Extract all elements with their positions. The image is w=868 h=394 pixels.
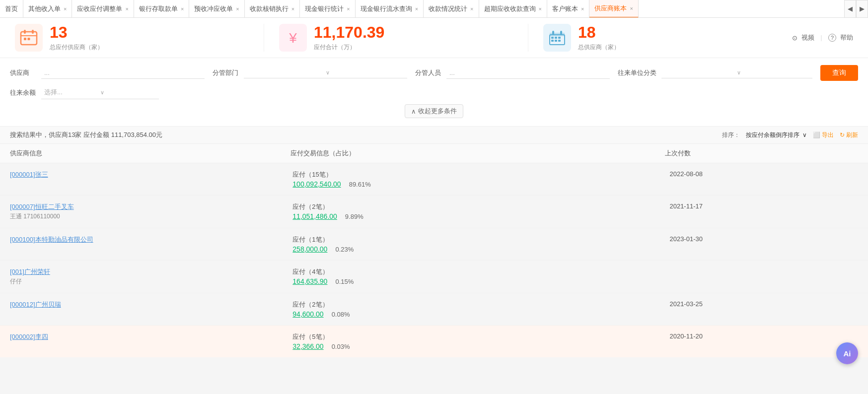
nav-tab-bank-deposit[interactable]: 银行存取款单× [134, 0, 189, 18]
person-filter: 分管人员 ... [415, 67, 610, 79]
supplier-name[interactable]: 李四 [35, 333, 48, 340]
last-payment-col: 2022-08-08 [669, 170, 858, 178]
nav-tab-customer-account[interactable]: 客户账本× [547, 0, 589, 18]
header-transaction: 应付交易信息（占比） [290, 149, 665, 158]
supplier-code[interactable]: [000002] [10, 333, 35, 340]
close-tab-customer-account-icon[interactable]: × [581, 6, 584, 12]
close-tab-prepay-collect-icon[interactable]: × [236, 6, 239, 12]
supplier-placeholder: ... [44, 69, 123, 76]
transaction-type: 应付（2笔） [292, 202, 328, 211]
person-placeholder: ... [449, 69, 528, 76]
last-payment-col: 2020-11-20 [669, 332, 858, 340]
supplier-code[interactable]: [000012] [10, 301, 35, 308]
supplier-code[interactable]: [001] [10, 268, 24, 275]
supplier-link-row-3[interactable]: [000100]本特勤油品有限公司 [10, 235, 292, 244]
svg-text:¥: ¥ [289, 30, 297, 46]
close-tab-collect-stat-icon[interactable]: × [470, 6, 473, 12]
close-tab-other-income-icon[interactable]: × [64, 6, 67, 12]
transaction-percent: 0.15% [335, 278, 354, 285]
balance-dropdown[interactable]: 选择... ∨ [41, 86, 159, 99]
collapse-button[interactable]: ∧ 收起更多条件 [405, 104, 463, 118]
transaction-col: 应付（15笔） 100,092,540.00 89.61% [292, 170, 669, 188]
transaction-type: 应付（15笔） [292, 170, 332, 179]
export-button[interactable]: ⬜ 导出 [813, 131, 834, 139]
category-dropdown[interactable]: ∨ [661, 67, 812, 78]
balance-label: 往来余额 [10, 88, 37, 97]
nav-tab-supplier-account[interactable]: 供应商账本× [589, 0, 638, 18]
search-button[interactable]: 查询 [820, 65, 858, 81]
dept-dropdown[interactable]: ∨ [244, 67, 407, 78]
supplier-link-row-6[interactable]: [000002]李四 [10, 332, 292, 341]
close-tab-supplier-account-icon[interactable]: × [630, 5, 633, 11]
nav-left-arrow[interactable]: ◀ [844, 0, 856, 18]
sort-arrow-icon: ∨ [802, 131, 807, 138]
supplier-name[interactable]: 张三 [35, 171, 48, 178]
close-tab-overdue-collect-icon[interactable]: × [539, 6, 542, 12]
results-bar: 搜索结果中，供应商13家 应付金额 111,703,854.00元 排序： 按应… [0, 127, 868, 144]
table-header: 供应商信息 应付交易信息（占比） 上次付数 [0, 144, 868, 163]
category-label: 往来单位分类 [618, 68, 657, 77]
transaction-amount[interactable]: 258,000.00 [292, 245, 327, 253]
close-tab-cash-bank-flow-icon[interactable]: × [415, 6, 418, 12]
supplier-contact: 王通 17106110000 [10, 212, 292, 221]
transaction-percent: 0.08% [332, 311, 350, 318]
transaction-type: 应付（5笔） [292, 332, 328, 341]
close-tab-bank-deposit-icon[interactable]: × [181, 6, 184, 12]
nav-tab-receive-check[interactable]: 收款核销执行× [245, 0, 300, 18]
supplier-info-col: [000001]张三 [10, 170, 292, 179]
svg-rect-14 [558, 40, 561, 42]
nav-tab-ap-adjust[interactable]: 应收应付调整单× [72, 0, 134, 18]
refresh-button[interactable]: ↻ 刷新 [840, 131, 858, 139]
help-link[interactable]: 帮助 [840, 33, 853, 42]
close-tab-ap-adjust-icon[interactable]: × [125, 6, 128, 12]
supplier-name[interactable]: 本特勤油品有限公司 [35, 236, 93, 243]
transaction-col: 应付（5笔） 32,366.00 0.03% [292, 332, 669, 350]
transaction-amount[interactable]: 164,635.90 [292, 277, 327, 285]
transaction-col: 应付（1笔） 258,000.00 0.23% [292, 235, 669, 253]
video-link[interactable]: 视频 [801, 33, 814, 42]
supplier-code[interactable]: [000001] [10, 171, 35, 178]
close-tab-cash-bank-stat-icon[interactable]: × [347, 6, 350, 12]
category-arrow-icon: ∨ [737, 69, 809, 76]
supplier-name[interactable]: 广州贝瑞 [35, 301, 61, 308]
stat-item-payable-amount: ¥ 11,170.39 应付合计（万） [264, 24, 528, 52]
transaction-amount[interactable]: 32,366.00 [292, 342, 323, 350]
svg-rect-15 [552, 31, 554, 35]
stat-text-total-payable-suppliers: 13 总应付供应商（家） [50, 24, 103, 52]
sort-value[interactable]: 按应付余额倒序排序 ∨ [746, 131, 807, 139]
last-payment-date: 2021-03-25 [669, 300, 703, 308]
supplier-dropdown[interactable]: ... [41, 67, 205, 79]
nav-tab-cash-bank-stat[interactable]: 现金银行统计× [300, 0, 355, 18]
transaction-percent: 0.23% [335, 246, 354, 253]
supplier-link-row-1[interactable]: [000001]张三 [10, 170, 292, 179]
nav-tab-overdue-collect[interactable]: 超期应收收款查询× [479, 0, 547, 18]
supplier-code[interactable]: [000007] [10, 203, 35, 210]
dept-arrow-icon: ∨ [326, 69, 405, 76]
filter-area: 供应商 ... 分管部门 ∨ 分管人员 ... 往来单位分类 ∨ [0, 58, 868, 127]
nav-tab-home[interactable]: 首页 [0, 0, 23, 18]
transaction-percent: 9.89% [345, 213, 363, 220]
dept-filter: 分管部门 ∨ [213, 67, 407, 78]
transaction-col: 应付（2笔） 11,051,486.00 9.89% [292, 202, 669, 220]
supplier-contact: 仔仔 [10, 277, 292, 286]
last-payment-col: 2021-03-25 [669, 300, 858, 308]
nav-right-arrow[interactable]: ▶ [856, 0, 868, 18]
nav-tab-collect-stat[interactable]: 收款情况统计× [424, 0, 479, 18]
transaction-amount[interactable]: 11,051,486.00 [292, 212, 337, 220]
transaction-amount[interactable]: 94,600.00 [292, 310, 323, 318]
supplier-name[interactable]: 广州荣轩 [24, 268, 50, 275]
supplier-link-row-4[interactable]: [001]广州荣轩 [10, 267, 292, 276]
svg-rect-13 [558, 37, 561, 39]
svg-rect-8 [550, 33, 565, 36]
transaction-amount[interactable]: 100,092,540.00 [292, 180, 341, 188]
person-dropdown[interactable]: ... [446, 67, 610, 79]
supplier-link-row-5[interactable]: [000012]广州贝瑞 [10, 300, 292, 309]
close-tab-receive-check-icon[interactable]: × [291, 6, 294, 12]
nav-tab-cash-bank-flow[interactable]: 现金银行流水查询× [356, 0, 424, 18]
supplier-link-row-2[interactable]: [000007]恒旺二手叉车 [10, 202, 292, 211]
nav-tab-prepay-collect[interactable]: 预收冲应收单× [189, 0, 244, 18]
supplier-code[interactable]: [000100] [10, 236, 35, 243]
supplier-info-col: [000100]本特勤油品有限公司 [10, 235, 292, 244]
nav-tab-other-income[interactable]: 其他收入单× [23, 0, 72, 18]
supplier-name[interactable]: 恒旺二手叉车 [35, 203, 74, 210]
